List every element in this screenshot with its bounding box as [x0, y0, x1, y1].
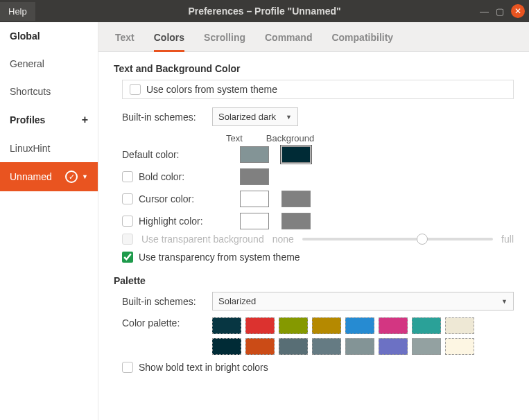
use-system-theme-label: Use colors from system theme	[146, 84, 277, 95]
cursor-color-checkbox[interactable]	[122, 193, 133, 204]
highlight-color-label: Highlight color:	[139, 216, 203, 227]
palette-swatch-4[interactable]	[345, 317, 374, 334]
tabs: Text Colors Scrolling Command Compatibil…	[98, 22, 529, 52]
transparent-bg-label: Use transparent background	[141, 234, 264, 245]
transparency-full-label: full	[501, 234, 514, 245]
palette-swatch-13[interactable]	[379, 338, 408, 355]
palette-swatch-5[interactable]	[379, 317, 408, 334]
sidebar-profile-unnamed[interactable]: Unnamed ✓ ▼	[0, 162, 98, 191]
highlight-bg-swatch[interactable]	[281, 213, 311, 229]
tab-text[interactable]: Text	[115, 32, 135, 51]
highlight-color-checkbox[interactable]	[122, 216, 133, 227]
default-text-swatch[interactable]	[240, 146, 269, 163]
palette-scheme-value: Solarized	[218, 296, 256, 306]
background-column-header: Background	[266, 133, 314, 143]
bold-bright-checkbox[interactable]	[122, 362, 133, 373]
palette-swatch-0[interactable]	[212, 317, 241, 334]
builtin-scheme-value: Solarized dark	[218, 112, 276, 122]
transparency-none-label: none	[272, 234, 294, 245]
palette-title: Palette	[114, 275, 514, 286]
palette-swatch-6[interactable]	[412, 317, 441, 334]
palette-swatch-11[interactable]	[312, 338, 341, 355]
sidebar-general[interactable]: General	[0, 50, 98, 78]
chevron-down-icon[interactable]: ▼	[82, 173, 88, 180]
palette-builtin-label: Built-in schemes:	[122, 296, 212, 307]
bold-text-swatch[interactable]	[240, 168, 269, 185]
sidebar-global[interactable]: Global	[0, 22, 98, 50]
help-menu[interactable]: Help	[0, 2, 35, 21]
color-palette-label: Color palette:	[122, 317, 212, 329]
palette-grid	[212, 317, 489, 355]
use-system-theme-row[interactable]: Use colors from system theme	[122, 80, 514, 99]
palette-swatch-15[interactable]	[445, 338, 474, 355]
cursor-color-label: Cursor color:	[139, 193, 194, 204]
cursor-bg-swatch[interactable]	[281, 191, 311, 207]
palette-swatch-7[interactable]	[445, 317, 474, 334]
window-title: Preferences – Profile "Unnamed"	[188, 6, 340, 17]
use-system-theme-checkbox[interactable]	[130, 84, 141, 95]
text-column-header: Text	[226, 133, 243, 143]
highlight-text-swatch[interactable]	[240, 213, 269, 229]
default-bg-swatch[interactable]	[281, 146, 311, 163]
transparent-bg-checkbox	[122, 234, 133, 245]
maximize-button[interactable]: ▢	[496, 6, 504, 17]
default-profile-icon: ✓	[65, 170, 78, 183]
palette-swatch-2[interactable]	[279, 317, 308, 334]
dropdown-arrow-icon: ▼	[501, 298, 508, 305]
palette-swatch-8[interactable]	[212, 338, 241, 355]
sidebar-profile-unnamed-label: Unnamed	[10, 171, 52, 182]
minimize-button[interactable]: —	[480, 6, 489, 17]
system-transparency-label: Use transparency from system theme	[139, 252, 300, 263]
builtin-scheme-dropdown[interactable]: Solarized dark ▼	[212, 107, 298, 126]
slider-thumb	[417, 234, 428, 245]
dropdown-arrow-icon: ▼	[286, 114, 292, 121]
tab-compatibility[interactable]: Compatibility	[331, 32, 393, 51]
cursor-text-swatch[interactable]	[240, 191, 269, 207]
sidebar-shortcuts[interactable]: Shortcuts	[0, 78, 98, 105]
palette-swatch-10[interactable]	[279, 338, 308, 355]
text-bg-title: Text and Background Color	[114, 63, 514, 74]
close-button[interactable]: ✕	[511, 4, 525, 18]
tab-colors[interactable]: Colors	[154, 32, 184, 52]
bold-color-checkbox[interactable]	[122, 171, 133, 182]
system-transparency-checkbox[interactable]	[122, 252, 133, 263]
sidebar: Global General Shortcuts Profiles + Linu…	[0, 22, 98, 420]
titlebar: Help Preferences – Profile "Unnamed" — ▢…	[0, 0, 529, 22]
sidebar-profile-linuxhint[interactable]: LinuxHint	[0, 134, 98, 162]
sidebar-profiles[interactable]: Profiles +	[0, 105, 98, 134]
sidebar-profiles-label: Profiles	[10, 114, 45, 125]
palette-swatch-3[interactable]	[312, 317, 341, 334]
add-profile-icon[interactable]: +	[82, 114, 88, 126]
transparency-slider	[302, 238, 493, 240]
bold-bright-label: Show bold text in bright colors	[139, 362, 268, 373]
palette-swatch-12[interactable]	[345, 338, 374, 355]
default-color-label: Default color:	[122, 149, 212, 160]
palette-scheme-dropdown[interactable]: Solarized ▼	[212, 292, 514, 310]
palette-swatch-9[interactable]	[245, 338, 275, 355]
tab-scrolling[interactable]: Scrolling	[204, 32, 245, 51]
tab-command[interactable]: Command	[265, 32, 312, 51]
palette-swatch-1[interactable]	[245, 317, 275, 334]
palette-swatch-14[interactable]	[412, 338, 441, 355]
bold-color-label: Bold color:	[139, 171, 184, 182]
builtin-scheme-label: Built-in schemes:	[122, 112, 212, 123]
